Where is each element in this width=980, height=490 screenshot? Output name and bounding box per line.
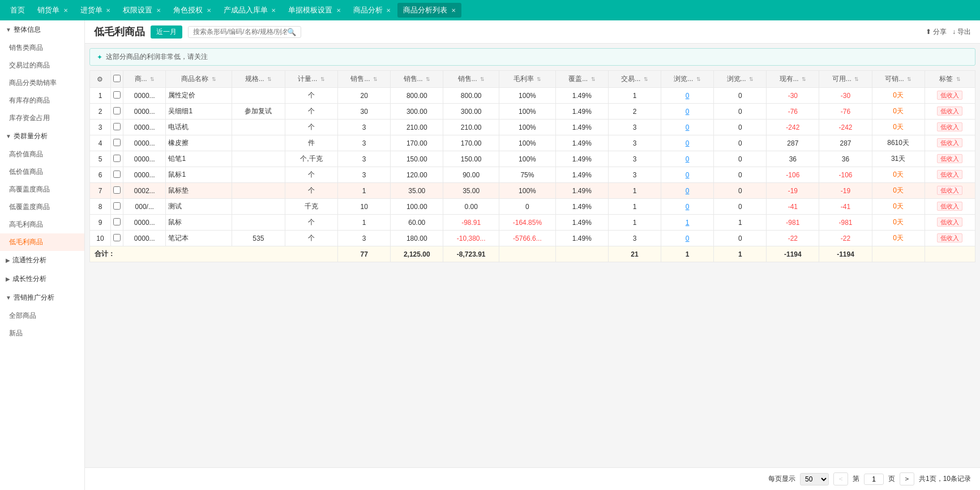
sidebar-item-stock-goods[interactable]: 有库存的商品	[0, 92, 84, 109]
row-select-checkbox[interactable]	[113, 123, 121, 130]
sidebar-item-low-value[interactable]: 低价值商品	[0, 163, 84, 181]
row-select-checkbox[interactable]	[113, 107, 121, 114]
row-views1[interactable]: 0	[661, 88, 714, 104]
search-input[interactable]	[193, 28, 287, 36]
row-select-checkbox[interactable]	[113, 202, 121, 210]
row-checkbox[interactable]	[110, 215, 123, 231]
settings-icon[interactable]: ⚙	[97, 75, 103, 83]
sidebar-group-flow[interactable]: ▶ 流通性分析	[0, 251, 84, 270]
nav-purchase[interactable]: 进货单 ✕	[75, 3, 117, 18]
sidebar-item-high-margin[interactable]: 高毛利商品	[0, 216, 84, 233]
nav-product-in[interactable]: 产成品入库单 ✕	[218, 3, 282, 18]
row-select-checkbox[interactable]	[113, 139, 121, 146]
nav-close-goods-analysis[interactable]: ✕	[386, 7, 391, 14]
nav-sales[interactable]: 销货单 ✕	[32, 3, 74, 18]
sidebar-item-new-goods[interactable]: 新品	[0, 325, 84, 342]
row-checkbox[interactable]	[110, 104, 123, 120]
col-spec[interactable]: 规格... ⇅	[232, 71, 285, 88]
row-views1[interactable]: 0	[661, 183, 714, 199]
sidebar-item-high-value[interactable]: 高价值商品	[0, 146, 84, 163]
row-views1[interactable]: 0	[661, 167, 714, 183]
sidebar-group-cluster[interactable]: ▼ 类群量分析	[0, 127, 84, 146]
col-available-stock[interactable]: 可用... ⇅	[819, 71, 872, 88]
row-coverage: 1.49%	[555, 104, 608, 120]
table-container[interactable]: ⚙ 商... ⇅ 商品名称 ⇅ 规格... ⇅ 计量... ⇅ 销售... ⇅ …	[85, 70, 980, 467]
nav-close-template[interactable]: ✕	[336, 7, 341, 14]
nav-close-purchase[interactable]: ✕	[106, 7, 110, 14]
search-box[interactable]: 🔍	[188, 26, 301, 38]
sidebar-group-growth[interactable]: ▶ 成长性分析	[0, 270, 84, 288]
col-tag[interactable]: 标签 ⇅	[925, 71, 975, 88]
row-available-stock: 36	[819, 151, 872, 167]
row-views1[interactable]: 0	[661, 199, 714, 215]
col-saleable-days[interactable]: 可销... ⇅	[872, 71, 925, 88]
row-select-checkbox[interactable]	[113, 91, 121, 99]
nav-permission[interactable]: 权限设置 ✕	[117, 3, 166, 18]
row-checkbox[interactable]	[110, 88, 123, 104]
row-views2: 0	[714, 120, 767, 135]
nav-close-role[interactable]: ✕	[207, 7, 211, 14]
share-button[interactable]: ⬆ 分享	[926, 27, 947, 37]
row-checkbox[interactable]	[110, 199, 123, 215]
col-views2[interactable]: 浏览... ⇅	[714, 71, 767, 88]
row-select-checkbox[interactable]	[113, 218, 121, 225]
row-select-checkbox[interactable]	[113, 155, 121, 162]
row-select-checkbox[interactable]	[113, 234, 121, 241]
sidebar-item-traded-goods[interactable]: 交易过的商品	[0, 57, 84, 74]
page-input[interactable]	[864, 474, 884, 485]
col-gross-rate[interactable]: 毛利率 ⇅	[499, 71, 556, 88]
col-settings[interactable]: ⚙	[90, 71, 111, 88]
row-views1[interactable]: 0	[661, 135, 714, 151]
nav-close-product-in[interactable]: ✕	[271, 7, 276, 14]
nav-template[interactable]: 单据模板设置 ✕	[283, 3, 346, 18]
select-all-checkbox[interactable]	[113, 75, 121, 82]
sidebar-item-stock-funds[interactable]: 库存资金占用	[0, 109, 84, 127]
row-views1[interactable]: 0	[661, 104, 714, 120]
col-sales-amount[interactable]: 销售... ⇅	[391, 71, 443, 88]
col-sales-profit[interactable]: 销售... ⇅	[443, 71, 499, 88]
col-sales-qty[interactable]: 销售... ⇅	[338, 71, 391, 88]
next-page-button[interactable]: ＞	[900, 472, 914, 485]
row-select-checkbox[interactable]	[113, 171, 121, 178]
row-views1[interactable]: 1	[661, 215, 714, 231]
sidebar-item-sales-goods[interactable]: 销售类商品	[0, 39, 84, 57]
nav-goods-analysis[interactable]: 商品分析 ✕	[348, 3, 397, 18]
row-checkbox[interactable]	[110, 231, 123, 246]
col-code[interactable]: 商... ⇅	[123, 71, 166, 88]
search-icon[interactable]: 🔍	[287, 28, 296, 36]
time-filter-button[interactable]: 近一月	[151, 25, 182, 39]
nav-close-permission[interactable]: ✕	[156, 7, 161, 14]
nav-close-goods-analysis-list[interactable]: ✕	[451, 7, 456, 14]
row-checkbox[interactable]	[110, 120, 123, 135]
table-row: 6 0000... 鼠标1 个 3 120.00 90.00 75% 1.49%…	[90, 167, 975, 183]
sidebar-item-low-coverage[interactable]: 低覆盖度商品	[0, 198, 84, 216]
prev-page-button[interactable]: ＜	[833, 472, 848, 485]
row-saleable-days: 0天	[872, 88, 925, 104]
row-select-checkbox[interactable]	[113, 186, 121, 194]
row-checkbox[interactable]	[110, 167, 123, 183]
nav-goods-analysis-list[interactable]: 商品分析列表 ✕	[397, 3, 461, 18]
col-views1[interactable]: 浏览... ⇅	[661, 71, 714, 88]
nav-home[interactable]: 首页	[5, 3, 31, 18]
row-checkbox[interactable]	[110, 183, 123, 199]
sidebar-group-marketing[interactable]: ▼ 营销推广分析	[0, 288, 84, 307]
row-views1[interactable]: 0	[661, 120, 714, 135]
row-checkbox[interactable]	[110, 151, 123, 167]
sidebar-item-all-goods[interactable]: 全部商品	[0, 307, 84, 325]
col-unit[interactable]: 计量... ⇅	[285, 71, 337, 88]
sidebar-item-high-coverage[interactable]: 高覆盖度商品	[0, 181, 84, 198]
sidebar-item-low-margin[interactable]: 低毛利商品	[0, 233, 84, 251]
col-trade-count[interactable]: 交易... ⇅	[608, 71, 661, 88]
col-current-stock[interactable]: 现有... ⇅	[767, 71, 819, 88]
nav-role[interactable]: 角色授权 ✕	[168, 3, 217, 18]
per-page-select[interactable]: 50 100 200	[800, 473, 829, 485]
sidebar-group-overall[interactable]: ▼ 整体信息	[0, 20, 84, 39]
row-checkbox[interactable]	[110, 135, 123, 151]
col-coverage[interactable]: 覆盖... ⇅	[555, 71, 608, 88]
nav-close-sales[interactable]: ✕	[63, 7, 68, 14]
row-views1[interactable]: 0	[661, 231, 714, 246]
sidebar-item-category-assist[interactable]: 商品分类助销率	[0, 74, 84, 92]
export-button[interactable]: ↓ 导出	[952, 27, 971, 37]
col-name[interactable]: 商品名称 ⇅	[166, 71, 232, 88]
row-views1[interactable]: 0	[661, 151, 714, 167]
